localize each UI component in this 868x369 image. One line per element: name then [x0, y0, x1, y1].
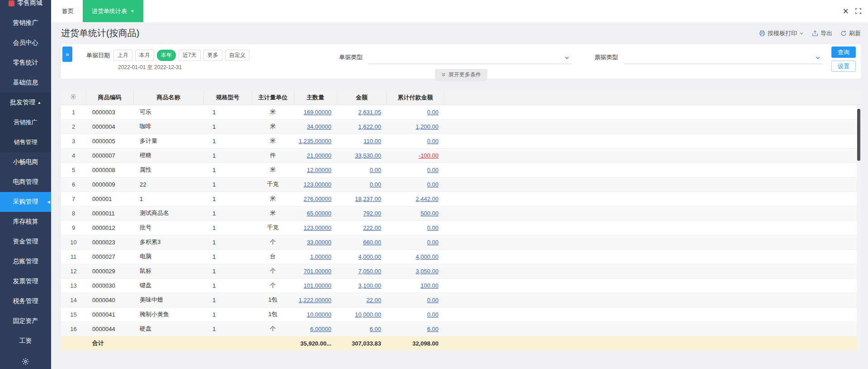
sidebar-item-3[interactable]: 零售统计: [0, 53, 51, 73]
expand-more-button[interactable]: 展开更多条件: [435, 69, 487, 80]
sidebar-item-15[interactable]: 税务管理: [0, 291, 51, 311]
amount-link[interactable]: 1,622.00: [358, 123, 381, 130]
table-row[interactable]: 50000008属性1米12.000000.000.00: [61, 163, 861, 177]
paid-link[interactable]: 0.00: [427, 138, 439, 145]
sidebar-item-2[interactable]: 会员中心: [0, 33, 51, 53]
paid-link[interactable]: 0.00: [427, 167, 439, 173]
settings-button[interactable]: 设置: [831, 61, 856, 72]
table-row[interactable]: 150000041腌制小黄鱼11包10.0000010,000.000.00: [61, 307, 861, 322]
qty-link[interactable]: 1,222.00000: [299, 297, 331, 304]
table-row[interactable]: 60000009221千克123.000000.000.00: [61, 177, 861, 192]
paid-link[interactable]: 2,442.00: [415, 196, 439, 202]
qty-link[interactable]: 276.00000: [304, 196, 331, 202]
print-by-template-button[interactable]: 按模板打印: [759, 29, 804, 37]
amount-link[interactable]: 22.00: [366, 297, 381, 304]
qty-link[interactable]: 701.00000: [304, 268, 331, 275]
date-button-5[interactable]: 自定义: [225, 50, 250, 61]
sidebar-item-11[interactable]: 库存核算: [0, 212, 51, 232]
sidebar-item-6[interactable]: 营销推广: [0, 112, 51, 132]
sidebar-item-4[interactable]: 基础信息: [0, 73, 51, 93]
fullscreen-icon[interactable]: [855, 8, 862, 14]
table-row[interactable]: 90000012批号1千克123.00000222.000.00: [61, 220, 861, 235]
tab-close-icon[interactable]: ×: [131, 8, 134, 14]
collapse-filters-button[interactable]: »: [62, 47, 72, 62]
amount-link[interactable]: 660.00: [363, 239, 381, 246]
date-button-4[interactable]: 更多: [203, 50, 222, 61]
table-scrollbar[interactable]: [857, 105, 861, 350]
column-settings-header[interactable]: [61, 90, 86, 105]
amount-link[interactable]: 7,050.00: [358, 268, 381, 275]
paid-link[interactable]: 0.00: [427, 239, 439, 246]
paid-link[interactable]: 6.00: [427, 326, 439, 332]
settings-gear-icon[interactable]: [22, 358, 29, 365]
amount-link[interactable]: 4,000.00: [358, 253, 381, 260]
sidebar-item-0[interactable]: 零售商城: [0, 0, 51, 13]
qty-link[interactable]: 10.00000: [307, 311, 331, 318]
sidebar-item-13[interactable]: 总账管理: [0, 252, 51, 271]
paid-link[interactable]: 500.00: [420, 210, 439, 217]
table-row[interactable]: 160000044硬盘1个6.000006.006.00: [61, 322, 861, 336]
amount-link[interactable]: 0.00: [370, 181, 381, 188]
refresh-button[interactable]: 刷新: [840, 29, 861, 37]
search-button[interactable]: 查询: [831, 47, 856, 58]
amount-link[interactable]: 222.00: [363, 224, 381, 231]
sidebar-item-16[interactable]: 固定资产: [0, 311, 51, 331]
amount-link[interactable]: 3,100.00: [358, 282, 381, 289]
date-button-2[interactable]: 本年: [157, 50, 176, 61]
qty-link[interactable]: 6.00000: [310, 326, 331, 332]
qty-link[interactable]: 12.00000: [307, 167, 331, 173]
sidebar-item-9[interactable]: 电商管理: [0, 172, 51, 192]
amount-link[interactable]: 2,631.05: [358, 109, 381, 116]
amount-link[interactable]: 10,000.00: [355, 311, 381, 318]
sidebar-item-8[interactable]: 小畅电商: [0, 152, 51, 172]
table-row[interactable]: 110000027电脑1台1.000004,000.004,000.00: [61, 249, 861, 264]
amount-link[interactable]: 18,237.00: [355, 196, 381, 202]
amount-link[interactable]: 33,530.00: [355, 152, 381, 159]
amount-link[interactable]: 6.00: [370, 326, 381, 332]
paid-link[interactable]: 0.00: [427, 109, 439, 116]
paid-link[interactable]: -100.00: [419, 152, 439, 159]
amount-link[interactable]: 792.00: [363, 210, 381, 217]
paid-link[interactable]: 1,200.00: [415, 123, 439, 130]
qty-link[interactable]: 169.00000: [304, 109, 331, 116]
qty-link[interactable]: 33.00000: [307, 239, 331, 246]
qty-link[interactable]: 21.00000: [307, 152, 331, 159]
paid-link[interactable]: 100.00: [420, 282, 439, 289]
qty-link[interactable]: 123.00000: [304, 224, 331, 231]
amount-link[interactable]: 110.00: [363, 138, 381, 145]
table-row[interactable]: 700000111米276.0000018,237.002,442.00: [61, 192, 861, 206]
paid-link[interactable]: 0.00: [427, 224, 439, 231]
close-icon[interactable]: ×: [843, 6, 849, 16]
paid-link[interactable]: 4,000.00: [415, 253, 439, 260]
tab-1[interactable]: 进货单统计表×: [83, 0, 143, 22]
sidebar-item-12[interactable]: 资金管理: [0, 232, 51, 252]
table-row[interactable]: 10000003可乐1米169.000002,631.050.00: [61, 105, 861, 119]
table-row[interactable]: 40000007橙糖1件21.0000033,530.00-100.00: [61, 148, 861, 163]
table-row[interactable]: 20000004咖啡1米34.000001,622.001,200.00: [61, 119, 861, 134]
qty-link[interactable]: 101.00000: [304, 282, 331, 289]
date-button-1[interactable]: 本月: [135, 50, 154, 61]
sidebar-item-5[interactable]: 批发管理▲: [0, 93, 51, 112]
date-button-3[interactable]: 近7天: [179, 50, 201, 61]
qty-link[interactable]: 1,235.00000: [299, 138, 331, 145]
paid-link[interactable]: 3,050.00: [415, 268, 439, 275]
sidebar-item-1[interactable]: 营销推广: [0, 13, 51, 33]
sidebar-item-7[interactable]: 销售管理: [0, 132, 51, 152]
scrollbar-thumb[interactable]: [857, 109, 860, 161]
qty-link[interactable]: 65.00000: [307, 210, 331, 217]
table-row[interactable]: 100000023多积累31个33.00000660.000.00: [61, 235, 861, 249]
table-row[interactable]: 120000029鼠标1个701.000007,050.003,050.00: [61, 264, 861, 278]
bill-type-select[interactable]: [623, 51, 822, 64]
table-row[interactable]: 140000040美味中翅11包1,222.0000022.000.00: [61, 293, 861, 307]
tab-0[interactable]: 首页: [53, 0, 83, 22]
sidebar-item-14[interactable]: 发票管理: [0, 271, 51, 291]
export-button[interactable]: 导出: [812, 29, 832, 37]
qty-link[interactable]: 123.00000: [304, 181, 331, 188]
amount-link[interactable]: 0.00: [370, 167, 381, 173]
qty-link[interactable]: 34.00000: [307, 123, 331, 130]
paid-link[interactable]: 0.00: [427, 297, 439, 304]
paid-link[interactable]: 0.00: [427, 311, 439, 318]
qty-link[interactable]: 1.00000: [310, 253, 331, 260]
date-button-0[interactable]: 上月: [113, 50, 132, 61]
sidebar-item-10[interactable]: 采购管理◀: [0, 192, 51, 212]
